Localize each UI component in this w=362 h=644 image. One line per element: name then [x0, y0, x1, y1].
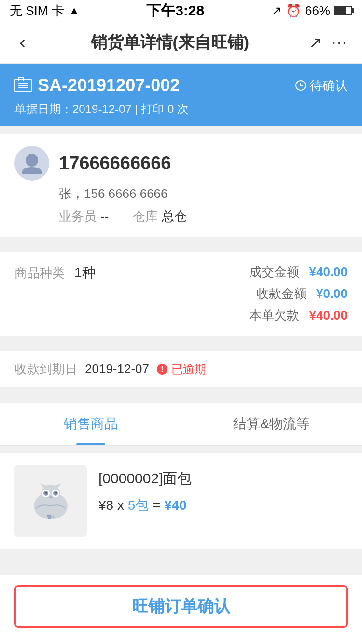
price-unit: ¥8 x	[98, 498, 128, 513]
status-bar: 无 SIM 卡 ▲ 下午3:28 ↗ ⏰ 66%	[0, 0, 362, 21]
due-date: 2019-12-07	[85, 362, 149, 377]
owed-value: ¥40.00	[309, 308, 348, 323]
deal-amount-label: 成交金额	[249, 264, 299, 280]
received-value: ¥0.00	[316, 286, 348, 301]
tabs-section: 销售商品 结算&物流等	[0, 403, 362, 446]
customer-name: 张，156 6666 6666	[59, 185, 348, 202]
svg-point-7	[45, 492, 47, 494]
clock-icon	[295, 80, 306, 91]
sales-label: 业务员	[59, 208, 97, 225]
location-icon: ↗	[271, 3, 282, 18]
tab-sales-products[interactable]: 销售商品	[0, 403, 181, 445]
product-item: 管+ [0000002]面包 ¥8 x 5包 = ¥40	[14, 465, 348, 537]
order-date: 单据日期：2019-12-07 | 打印 0 次	[14, 101, 348, 117]
svg-point-8	[55, 492, 57, 494]
customer-row: 17666666666	[14, 146, 348, 181]
avatar-icon	[19, 151, 44, 176]
divider-1	[0, 126, 362, 134]
status-right: ↗ ⏰ 66%	[271, 3, 352, 18]
category-label: 商品种类	[14, 265, 65, 281]
battery-icon	[334, 6, 352, 15]
product-owl-icon: 管+	[27, 482, 75, 520]
svg-point-0	[26, 154, 38, 167]
product-qty: 5包	[128, 498, 149, 513]
due-label: 收款到期日	[14, 361, 77, 378]
divider-4	[0, 395, 362, 403]
category-value: 1种	[74, 264, 96, 282]
price-separator: =	[149, 498, 164, 513]
customer-meta: 业务员 -- 仓库 总仓	[59, 208, 348, 225]
warehouse-value: 总仓	[162, 208, 187, 225]
back-button[interactable]: ‹	[14, 27, 30, 58]
warehouse-meta: 仓库 总仓	[133, 208, 187, 225]
bottom-button-container: 旺铺订单确认	[0, 575, 362, 644]
overdue-icon: !	[157, 364, 167, 375]
battery-text: 66%	[305, 3, 330, 18]
order-header-top: SA-20191207-002 待确认	[14, 75, 348, 96]
alarm-icon: ⏰	[286, 3, 301, 18]
tab-active-indicator	[76, 443, 105, 445]
confirm-order-button[interactable]: 旺铺订单确认	[14, 585, 348, 628]
time-display: 下午3:28	[146, 1, 204, 21]
summary-left: 商品种类 1种	[14, 264, 96, 282]
product-total: ¥40	[164, 498, 187, 513]
order-status: 待确认	[295, 77, 348, 94]
warehouse-label: 仓库	[133, 208, 158, 225]
customer-section: 17666666666 张，156 6666 6666 业务员 -- 仓库 总仓	[0, 134, 362, 237]
received-row: 收款金额 ¥0.00	[256, 285, 348, 302]
order-id: SA-20191207-002	[14, 75, 180, 96]
summary-section: 商品种类 1种 成交金额 ¥40.00 收款金额 ¥0.00 本单欠款 ¥40.…	[0, 252, 362, 336]
overdue-badge: ! 已逾期	[157, 362, 206, 377]
product-name: [0000002]面包	[98, 469, 348, 489]
received-label: 收款金额	[256, 285, 306, 302]
svg-text:管+: 管+	[47, 514, 55, 519]
summary-right: 成交金额 ¥40.00 收款金额 ¥0.00 本单欠款 ¥40.00	[249, 264, 348, 324]
product-image: 管+	[14, 465, 87, 537]
tab-settlement[interactable]: 结算&物流等	[181, 403, 362, 445]
overdue-text: 已逾期	[171, 362, 206, 377]
divider-3	[0, 343, 362, 351]
share-button[interactable]: ↗	[309, 33, 322, 52]
product-price: ¥8 x 5包 = ¥40	[98, 496, 348, 515]
avatar	[14, 146, 49, 181]
owed-label: 本单欠款	[249, 307, 299, 324]
tab-sales-label: 销售商品	[64, 415, 118, 433]
wifi-icon: ▲	[69, 4, 80, 17]
order-document-icon	[14, 79, 32, 92]
page-title: 销货单详情(来自旺铺)	[91, 31, 250, 54]
due-section: 收款到期日 2019-12-07 ! 已逾期	[0, 351, 362, 387]
tab-settlement-label: 结算&物流等	[233, 415, 310, 433]
customer-phone: 17666666666	[59, 153, 171, 174]
sales-meta: 业务员 --	[59, 208, 109, 225]
owed-row: 本单欠款 ¥40.00	[249, 307, 348, 324]
status-left: 无 SIM 卡 ▲	[10, 2, 79, 19]
carrier-text: 无 SIM 卡	[10, 2, 64, 19]
deal-amount-row: 成交金额 ¥40.00	[249, 264, 348, 280]
nav-bar: ‹ 销货单详情(来自旺铺) ↗ ···	[0, 21, 362, 64]
sales-value: --	[100, 209, 109, 224]
deal-amount-value: ¥40.00	[309, 265, 348, 280]
product-section: 管+ [0000002]面包 ¥8 x 5包 = ¥40	[0, 453, 362, 549]
more-button[interactable]: ···	[332, 33, 348, 51]
order-header: SA-20191207-002 待确认 单据日期：2019-12-07 | 打印…	[0, 64, 362, 126]
divider-2	[0, 244, 362, 252]
product-info: [0000002]面包 ¥8 x 5包 = ¥40	[98, 465, 348, 515]
nav-actions: ↗ ···	[309, 33, 348, 52]
